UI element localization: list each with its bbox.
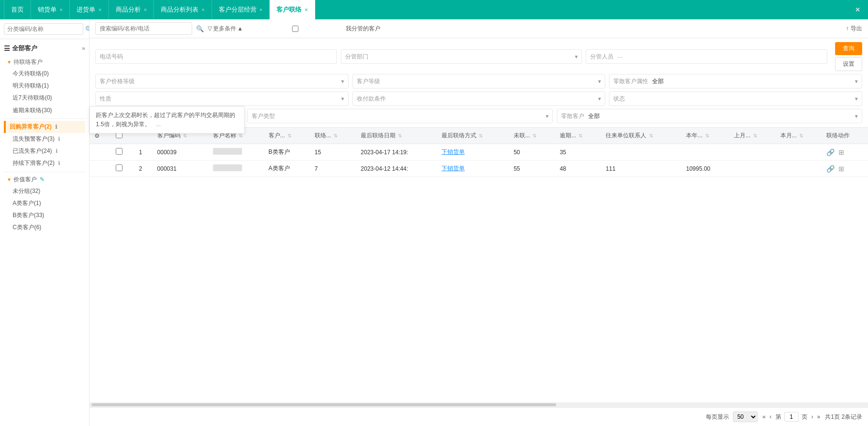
value-edit-icon[interactable]: ✎ xyxy=(40,176,45,183)
sidebar-item-repurchase[interactable]: 回购异常客户(2) ℹ xyxy=(4,121,85,133)
export-icon: ↑ xyxy=(846,25,849,32)
close-analysis-list-tab[interactable]: × xyxy=(201,7,204,13)
row1-select-checkbox[interactable] xyxy=(116,148,122,155)
export-btn[interactable]: ↑ 导出 xyxy=(846,25,862,33)
churn-warning-icon[interactable]: ℹ xyxy=(58,136,60,142)
sidebar-item-overdue[interactable]: 逾期未联络(30) xyxy=(4,104,85,117)
col-contact[interactable]: 联络... ⇅ xyxy=(310,128,356,144)
sidebar-item-churned[interactable]: 已流失客户(24) ℹ xyxy=(4,145,85,157)
nav-tab-analysis-list[interactable]: 商品分析列表 × xyxy=(154,0,212,19)
filter-retail-attr[interactable]: 零散客户属性 全部 ▼ xyxy=(609,74,862,88)
filter-dept[interactable]: 分管部门 ▼ xyxy=(341,49,582,64)
row1-checkbox[interactable] xyxy=(111,144,134,161)
close-purchase-tab[interactable]: × xyxy=(98,7,101,13)
row1-type: B类客户 xyxy=(264,144,310,161)
scroll-thumb[interactable] xyxy=(91,403,556,406)
dept-dropdown-arrow: ▼ xyxy=(574,54,579,59)
sidebar-item-churn-warning[interactable]: 流失预警客户(3) ℹ xyxy=(4,133,85,145)
filter-row-2: 客户价格等级 ▼ 客户等级 ▼ 零散客户属性 全部 ▼ xyxy=(95,74,862,88)
col-last-month[interactable]: 上月... ⇅ xyxy=(729,128,775,144)
horizontal-scrollbar[interactable] xyxy=(90,402,868,407)
col-this-year[interactable]: 本年... ⇅ xyxy=(681,128,729,144)
status-arrow: ▼ xyxy=(854,96,859,102)
all-customers-header[interactable]: ☰ 全部客户 » xyxy=(4,42,85,55)
sidebar: 🔍 ☰ 全部客户 » ▼ 待联络客户 今天待联络(0) 明天待联络(1) xyxy=(0,19,90,426)
more-conditions-btn[interactable]: ▽ 更多条件 ▲ xyxy=(208,25,243,33)
filter-search-icon[interactable]: 🔍 xyxy=(196,25,204,32)
row1-last-method[interactable]: 下销货单 xyxy=(437,144,509,161)
filter-manager[interactable]: 分管人员 ··· xyxy=(586,49,827,64)
col-last-date[interactable]: 最后联络日期 ⇅ xyxy=(356,128,437,144)
search-input[interactable] xyxy=(95,22,192,35)
close-customer-seg-tab[interactable]: × xyxy=(259,7,262,13)
filter-phone[interactable]: 电话号码 xyxy=(95,49,337,64)
settings-btn[interactable]: 设置 xyxy=(835,57,862,71)
col-this-month[interactable]: 本月... ⇅ xyxy=(776,128,822,144)
declining-icon[interactable]: ℹ xyxy=(58,160,60,166)
nav-tab-home[interactable]: 首页 xyxy=(4,0,31,19)
sidebar-collapse-btn[interactable]: » xyxy=(82,45,85,52)
manager-more-btn[interactable]: ··· xyxy=(617,53,623,60)
row1-unread: 50 xyxy=(509,144,555,161)
sidebar-search-area: 🔍 xyxy=(0,19,89,39)
repurchase-info-icon[interactable]: ℹ xyxy=(55,124,57,130)
sidebar-item-tomorrow[interactable]: 明天待联络(1) xyxy=(4,80,85,92)
row2-checkbox[interactable] xyxy=(111,161,134,177)
pending-group-title[interactable]: ▼ 待联络客户 xyxy=(4,57,85,68)
retail-customer-value: 全部 xyxy=(588,112,600,120)
prev-page-btn[interactable]: ‹ xyxy=(769,413,773,420)
query-btn[interactable]: 查询 xyxy=(835,42,862,55)
first-page-btn[interactable]: « xyxy=(761,413,767,420)
sidebar-item-ungrouped[interactable]: 未分组(32) xyxy=(4,185,85,197)
row1-contacts-person xyxy=(601,144,681,161)
last-page-btn[interactable]: » xyxy=(816,413,822,420)
sidebar-item-class-c[interactable]: C类客户(6) xyxy=(4,221,85,234)
sidebar-item-today[interactable]: 今天待联络(0) xyxy=(4,68,85,80)
nav-tab-analysis[interactable]: 商品分析 × xyxy=(109,0,154,19)
col-unread[interactable]: 未联... ⇅ xyxy=(509,128,555,144)
sidebar-item-7days[interactable]: 近7天待联络(0) xyxy=(4,92,85,104)
filter-status[interactable]: 状态 ▼ xyxy=(609,91,862,106)
sidebar-search-icon[interactable]: 🔍 xyxy=(85,26,90,33)
close-all-tabs[interactable]: × xyxy=(851,5,864,15)
close-customer-contact-tab[interactable]: × xyxy=(305,7,307,13)
col-last-method[interactable]: 最后联络方式 ⇅ xyxy=(437,128,509,144)
row1-link-icon[interactable]: 🔗 xyxy=(826,148,835,156)
row1-grid-icon[interactable]: ⊞ xyxy=(838,148,844,156)
filter-retail-customer[interactable]: 零散客户 全部 ▼ xyxy=(557,109,862,123)
page-label: 第 xyxy=(775,413,782,421)
close-analysis-tab[interactable]: × xyxy=(144,7,147,13)
filter-customer-type[interactable]: 客户类型 ▼ xyxy=(247,109,553,123)
row1-settings xyxy=(90,144,111,161)
row2-select-checkbox[interactable] xyxy=(116,164,122,171)
nav-tab-purchase[interactable]: 进货单 × xyxy=(70,0,108,19)
close-sales-tab[interactable]: × xyxy=(60,7,62,13)
filter-payment[interactable]: 收付款条件 ▼ xyxy=(352,91,606,106)
filter-nature[interactable]: 性质 ▼ xyxy=(95,91,349,106)
next-page-btn[interactable]: › xyxy=(810,413,814,420)
my-customers-checkbox[interactable] xyxy=(247,26,344,32)
row2-last-method[interactable]: 下销货单 xyxy=(437,161,509,177)
page-input[interactable] xyxy=(784,412,799,422)
col-type[interactable]: 客户... ⇅ xyxy=(264,128,310,144)
nav-tab-sales[interactable]: 销货单 × xyxy=(31,0,70,19)
value-group-header[interactable]: ▼ 价值客户 ✎ xyxy=(4,174,85,185)
tooltip-dots[interactable]: ... xyxy=(156,121,161,128)
nav-tab-customer-contact[interactable]: 客户联络 × xyxy=(270,0,315,19)
col-contacts-person[interactable]: 往来单位联系人 ⇅ xyxy=(601,128,681,144)
row1-name[interactable] xyxy=(208,144,264,161)
sidebar-item-declining[interactable]: 持续下滑客户(2) ℹ xyxy=(4,157,85,169)
sidebar-item-class-a[interactable]: A类客户(1) xyxy=(4,197,85,209)
sidebar-item-class-b[interactable]: B类客户(33) xyxy=(4,209,85,221)
filter-customer-level[interactable]: 客户等级 ▼ xyxy=(352,74,606,88)
nav-tab-customer-seg[interactable]: 客户分层经营 × xyxy=(212,0,270,19)
churned-icon[interactable]: ℹ xyxy=(56,148,58,154)
row2-link-icon[interactable]: 🔗 xyxy=(826,165,835,173)
row2-grid-icon[interactable]: ⊞ xyxy=(838,165,844,173)
filter-price-level[interactable]: 客户价格等级 ▼ xyxy=(95,74,349,88)
per-page-label: 每页显示 xyxy=(706,413,729,421)
per-page-select[interactable]: 50 10 20 100 xyxy=(733,411,758,422)
col-overdue[interactable]: 逾期... ⇅ xyxy=(555,128,601,144)
row2-name[interactable] xyxy=(208,161,264,177)
sidebar-search-input[interactable] xyxy=(4,23,83,35)
